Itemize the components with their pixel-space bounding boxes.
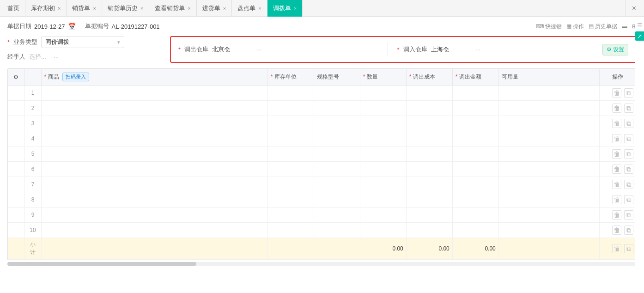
row-amount[interactable] bbox=[452, 101, 498, 116]
row-spec bbox=[314, 162, 360, 177]
copy-icon[interactable]: ⧉ bbox=[624, 210, 633, 220]
tab-sales-order[interactable]: 销货单 × bbox=[67, 0, 102, 17]
horizontal-scrollbar[interactable] bbox=[7, 262, 637, 266]
tab-inventory-init-close[interactable]: × bbox=[58, 6, 61, 11]
window-close-button[interactable]: × bbox=[626, 0, 642, 17]
row-amount[interactable] bbox=[452, 223, 498, 238]
tab-view-sales[interactable]: 查看销货单 × bbox=[149, 0, 196, 17]
tab-stocktake[interactable]: 盘点单 × bbox=[232, 0, 267, 17]
tab-transfer-close[interactable]: × bbox=[294, 6, 297, 11]
delete-icon[interactable]: 🗑 bbox=[612, 149, 621, 159]
row-qty[interactable] bbox=[360, 85, 406, 101]
row-cost[interactable] bbox=[406, 192, 452, 208]
copy-icon[interactable]: ⧉ bbox=[624, 195, 633, 204]
row-qty[interactable] bbox=[360, 101, 406, 116]
delete-icon[interactable]: 🗑 bbox=[612, 165, 621, 174]
row-product[interactable] bbox=[41, 192, 267, 208]
operate-button[interactable]: ▦ 操作 bbox=[566, 23, 584, 31]
copy-icon[interactable]: ⧉ bbox=[624, 226, 633, 235]
layout-toggle-1[interactable]: ▬ bbox=[622, 23, 627, 30]
scan-button[interactable]: 扫码录入 bbox=[62, 73, 89, 81]
row-qty[interactable] bbox=[360, 177, 406, 192]
copy-icon[interactable]: ⧉ bbox=[624, 104, 633, 113]
copy-icon[interactable]: ⧉ bbox=[624, 134, 633, 143]
delete-icon[interactable]: 🗑 bbox=[612, 88, 621, 98]
copy-icon[interactable]: ⧉ bbox=[624, 119, 633, 128]
delete-icon[interactable]: 🗑 bbox=[612, 180, 621, 189]
row-product[interactable] bbox=[41, 208, 267, 223]
out-warehouse-more-icon[interactable]: ··· bbox=[256, 46, 262, 53]
copy-icon[interactable]: ⧉ bbox=[624, 88, 633, 98]
row-qty[interactable] bbox=[360, 131, 406, 146]
row-qty[interactable] bbox=[360, 223, 406, 238]
person-more-icon[interactable]: ··· bbox=[54, 53, 59, 61]
row-cost[interactable] bbox=[406, 116, 452, 131]
row-product[interactable] bbox=[41, 162, 267, 177]
row-product[interactable] bbox=[41, 131, 267, 146]
row-product[interactable] bbox=[41, 146, 267, 162]
row-amount[interactable] bbox=[452, 146, 498, 162]
tab-sales-history-close[interactable]: × bbox=[140, 6, 143, 11]
tab-inventory-init[interactable]: 库存期初 × bbox=[25, 0, 67, 17]
scrollbar-thumb[interactable] bbox=[7, 262, 196, 266]
person-input[interactable]: 选择... bbox=[29, 53, 46, 61]
row-cost[interactable] bbox=[406, 85, 452, 101]
copy-icon[interactable]: ⧉ bbox=[624, 244, 633, 253]
tab-purchase[interactable]: 进货单 × bbox=[197, 0, 232, 17]
row-cost[interactable] bbox=[406, 101, 452, 116]
tab-stocktake-close[interactable]: × bbox=[258, 6, 261, 11]
row-cost[interactable] bbox=[406, 162, 452, 177]
row-unit bbox=[267, 177, 314, 192]
row-qty[interactable] bbox=[360, 146, 406, 162]
row-product[interactable] bbox=[41, 177, 267, 192]
tab-transfer[interactable]: 调拨单 × bbox=[267, 0, 303, 17]
in-warehouse-more-icon[interactable]: ··· bbox=[475, 46, 481, 53]
row-product[interactable] bbox=[41, 116, 267, 131]
setting-button[interactable]: ⚙ 设置 bbox=[602, 44, 628, 55]
row-cost[interactable] bbox=[406, 146, 452, 162]
row-product[interactable] bbox=[41, 85, 267, 101]
row-qty[interactable] bbox=[360, 162, 406, 177]
th-gear[interactable]: ⚙ bbox=[8, 69, 24, 85]
delete-icon[interactable]: 🗑 bbox=[612, 119, 621, 128]
row-amount[interactable] bbox=[452, 208, 498, 223]
row-cost[interactable] bbox=[406, 131, 452, 146]
row-amount[interactable] bbox=[452, 85, 498, 101]
copy-icon[interactable]: ⧉ bbox=[624, 149, 633, 159]
row-product[interactable] bbox=[41, 101, 267, 116]
history-button[interactable]: ▤ 历史单据 bbox=[589, 23, 617, 31]
copy-icon[interactable]: ⧉ bbox=[624, 180, 633, 189]
delete-icon[interactable]: 🗑 bbox=[612, 104, 621, 113]
row-spec bbox=[314, 101, 360, 116]
out-warehouse-value[interactable]: 北京仓 bbox=[212, 45, 249, 54]
row-cost[interactable] bbox=[406, 223, 452, 238]
tab-sales-order-close[interactable]: × bbox=[93, 6, 96, 11]
row-amount[interactable] bbox=[452, 177, 498, 192]
delete-icon[interactable]: 🗑 bbox=[612, 134, 621, 143]
tab-sales-history[interactable]: 销货单历史 × bbox=[102, 0, 149, 17]
panel-export-icon[interactable]: ↗ bbox=[635, 31, 644, 41]
row-cost[interactable] bbox=[406, 177, 452, 192]
row-qty[interactable] bbox=[360, 208, 406, 223]
calendar-icon[interactable]: 📅 bbox=[68, 23, 76, 30]
copy-icon[interactable]: ⧉ bbox=[624, 165, 633, 174]
row-qty[interactable] bbox=[360, 192, 406, 208]
row-qty[interactable] bbox=[360, 116, 406, 131]
row-product[interactable] bbox=[41, 223, 267, 238]
row-amount[interactable] bbox=[452, 192, 498, 208]
tab-home[interactable]: 首页 bbox=[2, 0, 25, 17]
shortcut-button[interactable]: ⌨ 快捷键 bbox=[536, 23, 562, 31]
delete-icon[interactable]: 🗑 bbox=[612, 244, 621, 253]
delete-icon[interactable]: 🗑 bbox=[612, 210, 621, 220]
delete-icon[interactable]: 🗑 bbox=[612, 195, 621, 204]
row-cost[interactable] bbox=[406, 208, 452, 223]
business-type-select[interactable]: 同价调拨 ▾ bbox=[41, 36, 124, 48]
panel-list-icon[interactable]: ☰ bbox=[635, 20, 644, 30]
in-warehouse-value[interactable]: 上海仓 bbox=[431, 45, 468, 54]
row-amount[interactable] bbox=[452, 116, 498, 131]
delete-icon[interactable]: 🗑 bbox=[612, 226, 621, 235]
tab-view-sales-close[interactable]: × bbox=[188, 6, 190, 11]
row-amount[interactable] bbox=[452, 131, 498, 146]
tab-purchase-close[interactable]: × bbox=[223, 6, 226, 11]
row-amount[interactable] bbox=[452, 162, 498, 177]
